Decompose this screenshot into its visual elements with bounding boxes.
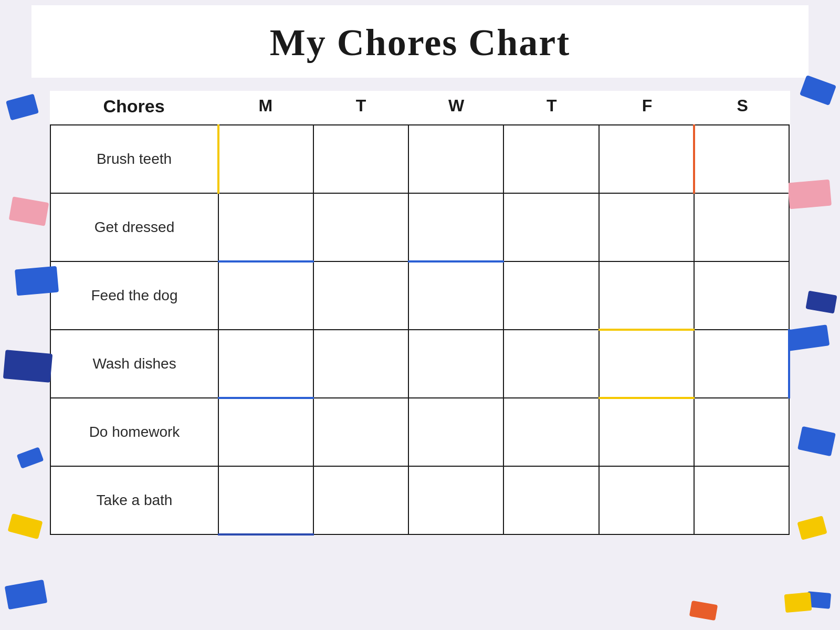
check-cell[interactable] bbox=[408, 193, 503, 261]
title-bar: My Chores Chart bbox=[32, 5, 808, 78]
check-cell[interactable] bbox=[313, 398, 408, 466]
check-cell[interactable] bbox=[694, 261, 789, 330]
check-cell[interactable] bbox=[694, 466, 789, 534]
confetti-blue-left2 bbox=[15, 266, 59, 296]
check-cell[interactable] bbox=[408, 466, 503, 534]
check-cell[interactable] bbox=[503, 330, 598, 398]
check-cell[interactable] bbox=[599, 193, 694, 261]
confetti-blue-top-left bbox=[6, 94, 39, 121]
check-cell[interactable] bbox=[218, 193, 313, 261]
check-cell[interactable] bbox=[313, 261, 408, 330]
chore-label: Take a bath bbox=[50, 466, 218, 534]
chore-label: Brush teeth bbox=[50, 125, 218, 193]
check-cell[interactable] bbox=[218, 398, 313, 466]
check-cell[interactable] bbox=[694, 125, 789, 193]
check-cell[interactable] bbox=[503, 466, 598, 534]
check-cell[interactable] bbox=[218, 466, 313, 534]
check-cell[interactable] bbox=[218, 261, 313, 330]
confetti-blue-right3 bbox=[797, 426, 836, 457]
check-cell[interactable] bbox=[218, 125, 313, 193]
check-cell[interactable] bbox=[599, 125, 694, 193]
check-cell[interactable] bbox=[218, 330, 313, 398]
chart-container: Chores M T W T F S Brush teeth G bbox=[50, 91, 790, 536]
day-header-wed: W bbox=[408, 91, 504, 124]
confetti-blue-top-right bbox=[800, 75, 836, 106]
chore-label: Get dressed bbox=[50, 193, 218, 261]
table-row: Do homework bbox=[50, 398, 789, 466]
confetti-pink-right bbox=[788, 180, 832, 209]
check-cell[interactable] bbox=[694, 330, 789, 398]
day-header-tue: T bbox=[313, 91, 409, 124]
table-row: Take a bath bbox=[50, 466, 789, 534]
day-header-thu: T bbox=[504, 91, 600, 124]
confetti-darkblue-right bbox=[805, 290, 837, 313]
check-cell[interactable] bbox=[599, 398, 694, 466]
confetti-yellow-bottom-right bbox=[784, 592, 812, 613]
check-cell[interactable] bbox=[503, 398, 598, 466]
check-cell[interactable] bbox=[313, 125, 408, 193]
check-cell[interactable] bbox=[313, 330, 408, 398]
check-cell[interactable] bbox=[503, 125, 598, 193]
chore-label: Wash dishes bbox=[50, 330, 218, 398]
confetti-orange-right-bottom bbox=[689, 601, 718, 621]
check-cell[interactable] bbox=[408, 261, 503, 330]
day-header-mon: M bbox=[218, 91, 313, 124]
check-cell[interactable] bbox=[599, 330, 694, 398]
check-cell[interactable] bbox=[503, 193, 598, 261]
check-cell[interactable] bbox=[599, 261, 694, 330]
check-cell[interactable] bbox=[694, 398, 789, 466]
check-cell[interactable] bbox=[408, 398, 503, 466]
check-cell[interactable] bbox=[313, 466, 408, 534]
chores-table: Brush teeth Get dressed Feed the d bbox=[50, 124, 790, 536]
check-cell[interactable] bbox=[408, 330, 503, 398]
chore-label: Feed the dog bbox=[50, 261, 218, 330]
table-row: Feed the dog bbox=[50, 261, 789, 330]
chore-label: Do homework bbox=[50, 398, 218, 466]
confetti-darkblue-left bbox=[3, 350, 52, 383]
table-row: Wash dishes bbox=[50, 330, 789, 398]
table-row: Brush teeth bbox=[50, 125, 789, 193]
confetti-blue-left3 bbox=[17, 447, 44, 469]
check-cell[interactable] bbox=[408, 125, 503, 193]
check-cell[interactable] bbox=[313, 193, 408, 261]
page-title: My Chores Chart bbox=[32, 21, 808, 65]
check-cell[interactable] bbox=[599, 466, 694, 534]
check-cell[interactable] bbox=[694, 193, 789, 261]
confetti-blue-left4 bbox=[5, 580, 48, 610]
chart-header: Chores M T W T F S bbox=[50, 91, 790, 124]
confetti-pink-left bbox=[9, 196, 49, 226]
confetti-yellow-right bbox=[797, 516, 827, 540]
chores-column-header: Chores bbox=[50, 91, 218, 124]
table-row: Get dressed bbox=[50, 193, 789, 261]
day-header-sat: S bbox=[695, 91, 790, 124]
day-header-fri: F bbox=[600, 91, 695, 124]
check-cell[interactable] bbox=[503, 261, 598, 330]
confetti-yellow-left bbox=[7, 513, 43, 539]
